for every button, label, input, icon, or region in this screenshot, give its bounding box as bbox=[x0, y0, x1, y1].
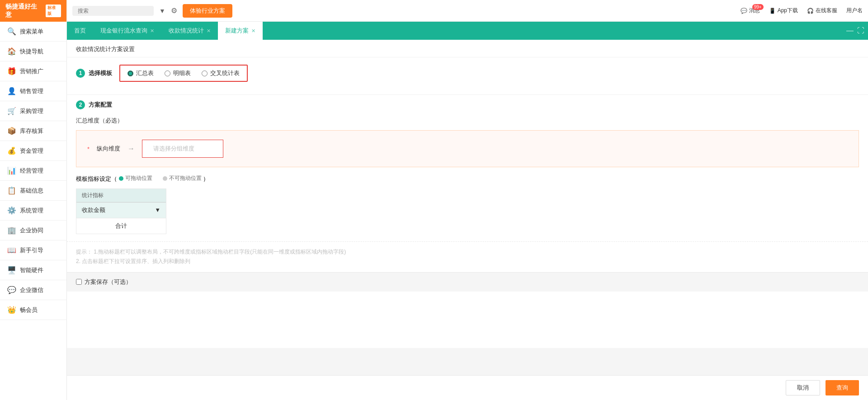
service-icon: 🎧 bbox=[807, 8, 814, 14]
gear-icon[interactable]: ⚙ bbox=[171, 6, 177, 15]
tips-section: 提示： 1.拖动标题栏可以调整布局，不可跨维度或指标区域拖动栏目字段(只能在同一… bbox=[67, 241, 868, 272]
sidebar-item-label: 企业协同 bbox=[20, 226, 43, 235]
template-cross-option[interactable]: 交叉统计表 bbox=[202, 69, 240, 77]
draggable-dot bbox=[119, 176, 123, 181]
tab-home-label: 首页 bbox=[74, 27, 86, 35]
step1-section: 1 选择模板 汇总表 明细表 交叉统计表 bbox=[67, 57, 868, 95]
sidebar: 畅捷通好生意 标准版 🔍 搜索菜单 🏠 快捷导航 🎁 营销推广 👤 销售管理 🛒… bbox=[0, 0, 67, 400]
marketing-icon: 🎁 bbox=[7, 67, 16, 75]
tab-new-plan-close[interactable]: ✕ bbox=[251, 28, 255, 34]
sidebar-item-basic-info[interactable]: 📋 基础信息 bbox=[0, 181, 66, 201]
template-options: 汇总表 明细表 交叉统计表 bbox=[119, 65, 248, 82]
toggle-group: 可拖动位置 不可拖动位置 bbox=[119, 174, 202, 182]
member-icon: 👑 bbox=[7, 306, 16, 314]
dimension-row: * 纵向维度 → 请选择分组维度 bbox=[87, 140, 848, 158]
template-summary-label: 汇总表 bbox=[136, 69, 154, 77]
messages-button[interactable]: 💬 消息 99+ bbox=[741, 7, 760, 14]
sidebar-item-inventory[interactable]: 📦 库存核算 bbox=[0, 121, 66, 141]
sidebar-item-quick-nav[interactable]: 🏠 快捷导航 bbox=[0, 42, 66, 61]
tip-line2: 2. 点击标题栏下拉可设置排序、插入列和删除列 bbox=[76, 257, 859, 267]
sidebar-item-operations[interactable]: 📊 经营管理 bbox=[0, 161, 66, 181]
tip-line1: 提示： 1.拖动标题栏可以调整布局，不可跨维度或指标区域拖动栏目字段(只能在同一… bbox=[76, 247, 859, 257]
system-icon: ⚙️ bbox=[7, 206, 16, 215]
search-menu-icon: 🔍 bbox=[7, 27, 16, 36]
online-service-button[interactable]: 🎧 在线客服 bbox=[807, 7, 837, 14]
stats-table: 统计指标 收款金额 ▼ 合计 bbox=[76, 188, 166, 234]
col-header-text: 收款金额 bbox=[82, 206, 105, 214]
page-title: 收款情况统计方案设置 bbox=[76, 46, 135, 52]
tabbar-actions: — ⛶ bbox=[846, 27, 868, 35]
username-label: 用户名 bbox=[846, 7, 863, 14]
step1-number: 1 bbox=[76, 69, 85, 78]
app-download-button[interactable]: 📱 App下载 bbox=[769, 7, 798, 14]
app-download-label: App下载 bbox=[778, 7, 798, 14]
query-button[interactable]: 查询 bbox=[826, 380, 859, 395]
tab-home[interactable]: 首页 bbox=[67, 22, 93, 40]
tab-collection-stat-close[interactable]: ✕ bbox=[207, 28, 211, 34]
topbar: ▼ ⚙ 体验行业方案 💬 消息 99+ 📱 App下载 🎧 在线客服 用户名 bbox=[67, 0, 868, 22]
step2-label: 方案配置 bbox=[89, 101, 112, 109]
quick-nav-icon: 🏠 bbox=[7, 47, 16, 56]
logo-text: 畅捷通好生意 bbox=[5, 3, 42, 19]
sidebar-item-label: 库存核算 bbox=[20, 127, 43, 135]
sidebar-item-guide[interactable]: 📖 新手引导 bbox=[0, 240, 66, 260]
search-input[interactable] bbox=[72, 6, 154, 16]
save-checkbox[interactable] bbox=[76, 279, 82, 285]
step1-label: 选择模板 bbox=[89, 69, 112, 77]
sidebar-item-sales[interactable]: 👤 销售管理 bbox=[0, 81, 66, 101]
sidebar-item-enterprise[interactable]: 🏢 企业协同 bbox=[0, 221, 66, 240]
sales-icon: 👤 bbox=[7, 87, 16, 95]
arrow-icon: → bbox=[127, 145, 135, 153]
step1-title: 1 选择模板 汇总表 明细表 交叉统计表 bbox=[76, 65, 859, 82]
app-icon: 📱 bbox=[769, 8, 776, 14]
operations-icon: 📊 bbox=[7, 166, 16, 175]
non-draggable-toggle: 不可拖动位置 bbox=[163, 174, 202, 182]
tab-minimize-button[interactable]: — bbox=[846, 27, 854, 35]
sidebar-item-smart-hw[interactable]: 🖥️ 智能硬件 bbox=[0, 260, 66, 280]
dimension-area: * 纵向维度 → 请选择分组维度 bbox=[76, 130, 859, 167]
save-option[interactable]: 方案保存（可选） bbox=[76, 278, 132, 286]
tab-new-plan[interactable]: 新建方案 ✕ bbox=[218, 22, 263, 40]
page-header: 收款情况统计方案设置 bbox=[67, 40, 868, 57]
template-summary-option[interactable]: 汇总表 bbox=[127, 69, 154, 77]
sidebar-item-wechat[interactable]: 💬 企业微信 bbox=[0, 280, 66, 300]
template-cross-radio[interactable] bbox=[202, 71, 208, 76]
template-detail-radio[interactable] bbox=[165, 71, 170, 76]
template-detail-option[interactable]: 明细表 bbox=[165, 69, 191, 77]
sidebar-item-label: 企业微信 bbox=[20, 286, 43, 294]
sidebar-item-marketing[interactable]: 🎁 营销推广 bbox=[0, 61, 66, 81]
metrics-section: 模板指标设定（ 可拖动位置 不可拖动位置 bbox=[76, 174, 859, 234]
tabbar: 首页 现金银行流水查询 ✕ 收款情况统计 ✕ 新建方案 ✕ — ⛶ bbox=[67, 22, 868, 40]
enterprise-icon: 🏢 bbox=[7, 226, 16, 235]
sidebar-item-label: 销售管理 bbox=[20, 87, 43, 95]
online-service-label: 在线客服 bbox=[816, 7, 837, 14]
stats-col-sub: 合计 bbox=[76, 218, 166, 234]
industry-button[interactable]: 体验行业方案 bbox=[183, 4, 232, 18]
action-bar: 取消 查询 bbox=[67, 375, 868, 400]
dropdown-button[interactable]: ▼ bbox=[159, 7, 165, 14]
sidebar-item-search-menu[interactable]: 🔍 搜索菜单 bbox=[0, 22, 66, 42]
tab-bank-flow-close[interactable]: ✕ bbox=[150, 28, 154, 34]
stats-label: 统计指标 bbox=[82, 192, 104, 198]
topbar-right: 💬 消息 99+ 📱 App下载 🎧 在线客服 用户名 bbox=[741, 7, 863, 14]
tab-collection-stat[interactable]: 收款情况统计 ✕ bbox=[161, 22, 218, 40]
sidebar-item-label: 营销推广 bbox=[20, 67, 43, 75]
sidebar-item-purchase[interactable]: 🛒 采购管理 bbox=[0, 101, 66, 121]
dimension-select-placeholder: 请选择分组维度 bbox=[153, 145, 194, 153]
sidebar-item-system[interactable]: ⚙️ 系统管理 bbox=[0, 201, 66, 221]
dimension-subsection: 汇总维度（必选） * 纵向维度 → 请选择分组维度 bbox=[76, 117, 859, 167]
tab-bank-flow[interactable]: 现金银行流水查询 ✕ bbox=[93, 22, 161, 40]
template-cross-label: 交叉统计表 bbox=[210, 69, 240, 77]
stats-col-header[interactable]: 收款金额 ▼ bbox=[76, 202, 166, 218]
metrics-setting-label: 模板指标设定（ 可拖动位置 不可拖动位置 bbox=[76, 174, 209, 183]
sidebar-item-member[interactable]: 👑 畅会员 bbox=[0, 300, 66, 320]
sidebar-item-finance[interactable]: 💰 资金管理 bbox=[0, 141, 66, 161]
template-summary-radio[interactable] bbox=[127, 71, 133, 76]
template-detail-label: 明细表 bbox=[173, 69, 191, 77]
metrics-header: 模板指标设定（ 可拖动位置 不可拖动位置 bbox=[76, 174, 859, 183]
cancel-button[interactable]: 取消 bbox=[786, 380, 820, 395]
wechat-icon: 💬 bbox=[7, 286, 16, 294]
dimension-select[interactable]: 请选择分组维度 bbox=[142, 140, 223, 158]
stats-header-row: 收款金额 ▼ bbox=[76, 202, 166, 218]
tab-maximize-button[interactable]: ⛶ bbox=[857, 27, 864, 35]
